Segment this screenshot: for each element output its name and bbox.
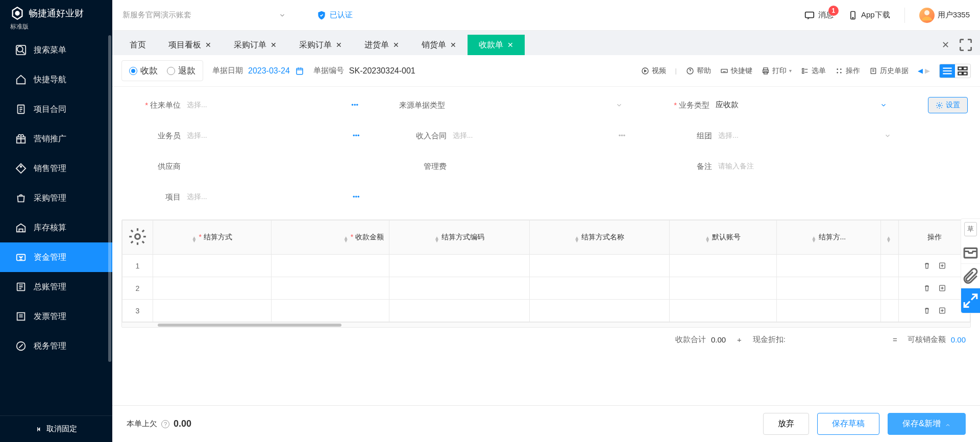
main-menu: 搜索菜单 快捷导航 项目合同 营销推广 销售管理 采购管理 库存核算 资金管理 … — [0, 35, 112, 361]
tab-goods-receipt[interactable]: 进货单✕ — [353, 35, 410, 55]
tab-label: 进货单 — [364, 40, 389, 51]
history-button[interactable]: 历史单据 — [869, 66, 909, 76]
dock-expand-button[interactable] — [961, 288, 980, 313]
table-settings-button[interactable] — [122, 220, 153, 255]
save-draft-button[interactable]: 保存草稿 — [817, 413, 879, 435]
add-row-button[interactable] — [938, 261, 946, 271]
settings-button[interactable]: 设置 — [928, 97, 968, 113]
col-settlement-code[interactable]: ▲▼结算方式编码 — [389, 220, 529, 255]
field-salesman: 业务员 选择...••• — [125, 128, 360, 144]
lookup-icon[interactable]: ••• — [353, 132, 360, 139]
supplier-input[interactable] — [187, 158, 360, 175]
menu-purchase[interactable]: 采购管理 — [0, 183, 112, 213]
save-new-button[interactable]: 保存&新增 — [888, 413, 966, 435]
project-select[interactable]: 选择...••• — [187, 189, 360, 205]
source-type-select[interactable] — [451, 97, 623, 113]
add-row-button[interactable] — [938, 283, 946, 293]
group-select[interactable]: 选择... — [718, 128, 891, 144]
menu-tax[interactable]: 税务管理 — [0, 331, 112, 361]
fullscreen-button[interactable] — [958, 37, 974, 53]
radio-refund[interactable]: 退款 — [167, 65, 195, 77]
menu-ledger[interactable]: 总账管理 — [0, 272, 112, 302]
unpin-button[interactable]: 取消固定 — [0, 415, 112, 442]
salesman-select[interactable]: 选择...••• — [187, 128, 360, 144]
account-selector[interactable]: 新服务官网演示账套 — [122, 10, 296, 20]
table-row[interactable]: 2 — [122, 277, 970, 300]
tab-project-board[interactable]: 项目看板✕ — [157, 35, 223, 55]
dock-attachment-button[interactable] — [961, 264, 980, 288]
delete-row-button[interactable] — [923, 261, 931, 271]
svg-point-26 — [837, 72, 838, 73]
card-view-button[interactable] — [955, 64, 970, 78]
bill-date: 单据日期 2023-03-24 — [212, 66, 304, 76]
col-settlement-more[interactable]: ▲▼结算方... — [776, 220, 880, 255]
prev-record-button[interactable]: ◀ — [918, 67, 923, 75]
mgmt-fee-input[interactable] — [453, 158, 626, 175]
operate-button[interactable]: 操作 — [835, 66, 860, 76]
close-icon[interactable]: ✕ — [393, 41, 399, 49]
add-row-button[interactable] — [938, 306, 946, 315]
shortcut-button[interactable]: 快捷键 — [720, 66, 752, 76]
col-default-account[interactable]: ▲▼默认账号 — [669, 220, 776, 255]
menu-marketing[interactable]: 营销推广 — [0, 124, 112, 154]
col-more[interactable]: ▲▼ — [881, 220, 899, 255]
user-menu[interactable]: 用户3355 — [919, 8, 970, 23]
field-value: 应收款 — [716, 100, 739, 110]
menu-invoice[interactable]: 发票管理 — [0, 302, 112, 331]
menu-label: 库存核算 — [34, 223, 66, 233]
tab-home[interactable]: 首页 — [118, 35, 157, 55]
col-settlement-method[interactable]: ▲▼*结算方式 — [153, 220, 272, 255]
next-record-button[interactable]: ▶ — [925, 67, 930, 75]
message-button[interactable]: 消息 1 — [804, 10, 834, 21]
video-button[interactable]: 视频 — [641, 66, 666, 76]
table-row[interactable]: 3 — [122, 300, 970, 322]
menu-inventory[interactable]: 库存核算 — [0, 213, 112, 242]
radio-receipt[interactable]: 收款 — [129, 65, 158, 77]
sort-icon: ▲▼ — [434, 236, 439, 242]
menu-quicknav[interactable]: 快捷导航 — [0, 65, 112, 94]
download-button[interactable]: App下载 — [848, 10, 890, 20]
partner-select[interactable]: 选择...••• — [187, 97, 358, 113]
delete-row-button[interactable] — [923, 306, 931, 315]
help-icon[interactable]: ? — [161, 420, 169, 428]
income-contract-select[interactable]: 选择...••• — [453, 128, 626, 144]
dock-inbox-button[interactable] — [961, 239, 980, 264]
tab-receipt[interactable]: 收款单✕ — [468, 35, 525, 55]
select-bill-button[interactable]: 选单 — [801, 66, 826, 76]
table-row[interactable]: 1 — [122, 255, 970, 277]
menu-sales[interactable]: 销售管理 — [0, 154, 112, 183]
discount-label: 现金折扣: — [753, 335, 786, 345]
tab-sales-order[interactable]: 销货单✕ — [410, 35, 468, 55]
document-icon — [15, 104, 27, 115]
menu-project-contract[interactable]: 项目合同 — [0, 94, 112, 124]
table-h-scrollbar[interactable] — [122, 322, 970, 327]
lookup-icon[interactable]: ••• — [351, 101, 358, 109]
col-amount[interactable]: ▲▼*收款金额 — [271, 220, 389, 255]
remark-input[interactable]: 请输入备注 — [718, 158, 891, 175]
svg-rect-15 — [297, 68, 303, 74]
print-button[interactable]: 打印▾ — [762, 66, 792, 76]
close-icon[interactable]: ✕ — [271, 41, 277, 49]
biz-type-select[interactable]: 应收款 — [716, 97, 887, 113]
menu-label: 发票管理 — [34, 311, 66, 322]
tab-purchase-order-2[interactable]: 采购订单✕ — [288, 35, 353, 55]
list-view-button[interactable] — [940, 64, 955, 78]
close-icon[interactable]: ✕ — [336, 41, 342, 49]
tab-purchase-order-1[interactable]: 采购订单✕ — [223, 35, 288, 55]
lookup-icon[interactable]: ••• — [353, 193, 360, 201]
col-settlement-name[interactable]: ▲▼结算方式名称 — [529, 220, 669, 255]
lookup-icon[interactable]: ••• — [619, 132, 626, 139]
close-icon[interactable]: ✕ — [205, 41, 211, 49]
menu-search[interactable]: 搜索菜单 — [0, 35, 112, 65]
menu-funds[interactable]: 资金管理 — [0, 242, 112, 272]
sidebar-scrollbar[interactable] — [107, 35, 111, 415]
close-icon[interactable]: ✕ — [507, 41, 513, 49]
discard-button[interactable]: 放弃 — [763, 413, 809, 435]
delete-row-button[interactable] — [923, 283, 931, 293]
close-all-tabs-button[interactable]: ✕ — [937, 37, 953, 53]
date-value[interactable]: 2023-03-24 — [248, 66, 290, 76]
dock-draft-button[interactable]: 草 — [964, 222, 977, 236]
help-button[interactable]: 帮助 — [686, 66, 711, 76]
calendar-icon[interactable] — [295, 66, 304, 76]
close-icon[interactable]: ✕ — [450, 41, 456, 49]
